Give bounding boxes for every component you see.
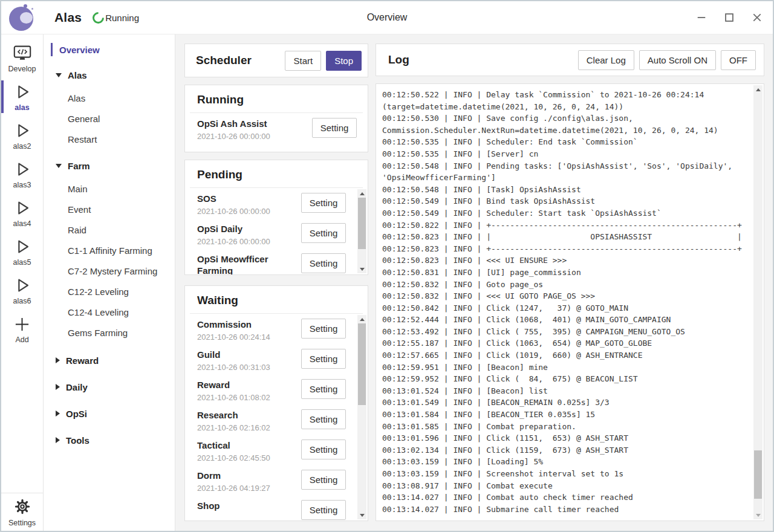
menu-item-alas[interactable]: Alas [44,88,175,108]
sidebar-item-label: Add [15,336,28,344]
setting-button[interactable]: Setting [301,253,346,273]
setting-button[interactable]: Setting [301,379,346,399]
running-panel: Running OpSi Ash Assist 2021-10-26 00:00… [184,85,368,152]
scroll-up-arrow-icon[interactable] [753,85,763,94]
scroll-down-arrow-icon[interactable] [753,511,763,519]
sidebar-item-develop[interactable]: Develop [1,39,43,77]
running-section-title: Running [190,85,363,113]
caret-right-icon [56,410,60,417]
sidebar-item-label: alas3 [13,181,31,189]
menu-item-raid[interactable]: Raid [44,219,175,240]
menu-item-restart[interactable]: Restart [44,129,175,149]
setting-button[interactable]: Setting [301,349,346,369]
pending-section-title: Pending [190,160,363,188]
start-button[interactable]: Start [285,51,321,71]
task-row: Reward 2021-10-26 01:08:02 Setting [185,377,368,407]
task-next-run-time: 2021-10-26 00:31:03 [197,363,301,372]
scroll-down-arrow-icon[interactable] [357,265,366,273]
sidebar-item-alas[interactable]: alas [1,78,43,115]
sidebar-item-settings[interactable]: Settings [1,493,43,531]
clear-log-button[interactable]: Clear Log [578,50,634,70]
sidebar-item-alas6[interactable]: alas6 [1,271,43,309]
caret-down-icon [56,164,62,168]
menu-item-event[interactable]: Event [44,199,175,219]
log-line: 00:13:03.159 | INFO | Screenshot interva… [382,468,752,480]
task-next-run-time: 2021-10-26 00:24:14 [197,332,301,342]
develop-icon [13,44,32,63]
menu-item-general[interactable]: General [44,108,175,129]
log-lines: 00:12:50.522 | INFO | Delay task `Commis… [382,89,752,518]
log-line: (target=datetime.datetime(2021, 10, 26, … [382,101,752,113]
sidebar-item-alas4[interactable]: alas4 [1,194,43,232]
log-output-panel: 00:12:50.522 | INFO | Delay task `Commis… [376,83,764,521]
pending-scrollbar[interactable] [357,189,366,273]
menu-group-farm[interactable]: Farm [44,157,175,175]
play-icon [13,237,31,256]
scroll-up-arrow-icon[interactable] [357,189,366,198]
menu-item-gems-farming[interactable]: Gems Farming [44,322,175,343]
scroll-track[interactable] [753,94,763,511]
setting-button[interactable]: Setting [301,470,346,490]
task-next-run-time: 2021-10-26 01:08:02 [197,393,301,402]
log-line: 00:12:50.530 | INFO | Save config ./conf… [382,112,752,125]
menu-item-overview[interactable]: Overview [44,41,175,59]
setting-button[interactable]: Setting [301,440,346,459]
menu-item-c7-2-mystery-farming[interactable]: C7-2 Mystery Farming [44,261,175,281]
auto-scroll-off-button[interactable]: OFF [721,50,756,70]
setting-button[interactable]: Setting [301,223,346,243]
menu-item-c12-2-leveling[interactable]: C12-2 Leveling [44,281,175,302]
stop-button[interactable]: Stop [326,51,362,71]
menu-group-reward[interactable]: Reward [44,351,175,369]
app-name: Alas [54,10,82,25]
log-scrollbar[interactable] [753,85,763,519]
sidebar-item-alas3[interactable]: alas3 [1,155,43,193]
app-logo-icon [7,2,36,33]
auto-scroll-on-button[interactable]: Auto Scroll ON [639,50,716,70]
setting-button[interactable]: Setting [301,319,346,339]
caret-right-icon [56,437,60,443]
play-icon [13,121,31,140]
task-next-run-time: 2021-10-26 00:00:00 [197,207,301,216]
log-line: 00:12:50.548 | INFO | Pending tasks: ['O… [382,160,752,172]
sidebar-item-label: alas [15,103,29,112]
scroll-thumb[interactable] [754,450,762,499]
task-name: OpSi Daily [197,223,295,235]
task-row: OpSi Ash Assist 2021-10-26 00:00:00 Sett… [185,116,368,146]
log-column: Log Clear Log Auto Scroll ON OFF 00:12:5… [376,44,764,521]
menu-group-alas[interactable]: Alas [44,66,175,84]
sidebar-item-alas5[interactable]: alas5 [1,233,43,270]
menu-group-label: Alas [68,70,87,80]
active-indicator-bar [51,43,53,56]
log-line: 00:12:50.832 | INFO | Goto page_os [382,279,752,291]
setting-button[interactable]: Setting [301,500,346,520]
scroll-track[interactable] [357,323,366,511]
close-button[interactable] [751,11,763,24]
sidebar-item-alas2[interactable]: alas2 [1,117,43,154]
maximize-button[interactable] [723,11,735,24]
caret-right-icon [56,384,60,390]
log-line: 00:13:14.027 | INFO | Submarine call tim… [382,504,752,516]
scroll-thumb[interactable] [358,323,366,405]
log-line: 00:12:50.535 | INFO | Scheduler: End tas… [382,136,752,148]
scroll-thumb[interactable] [358,198,366,249]
titlebar: Alas Running Overview [1,1,773,34]
add-instance-button[interactable]: Add [1,310,43,348]
log-header-panel: Log Clear Log Auto Scroll ON OFF [376,44,764,76]
scroll-up-arrow-icon[interactable] [357,315,366,323]
main-content: Scheduler Start Stop Running OpSi Ash As… [175,34,773,531]
menu-group-tools[interactable]: Tools [44,431,175,449]
menu-group-opsi[interactable]: OpSi [44,404,175,423]
scroll-down-arrow-icon[interactable] [357,511,366,519]
minimize-button[interactable] [695,11,707,24]
scroll-track[interactable] [357,198,366,265]
setting-button[interactable]: Setting [301,409,346,429]
task-row: Research 2021-10-26 02:16:02 Setting [185,407,368,438]
menu-item-c1-1-affinity-farming[interactable]: C1-1 Affinity Farming [44,240,175,261]
menu-group-daily[interactable]: Daily [44,378,175,396]
log-line: 00:12:50.823 | INFO | <<< UI ENSURE >>> [382,255,752,267]
waiting-scrollbar[interactable] [357,315,366,519]
menu-item-c12-4-leveling[interactable]: C12-4 Leveling [44,302,175,322]
setting-button[interactable]: Setting [312,118,357,138]
menu-item-main[interactable]: Main [44,178,175,199]
setting-button[interactable]: Setting [301,193,346,213]
